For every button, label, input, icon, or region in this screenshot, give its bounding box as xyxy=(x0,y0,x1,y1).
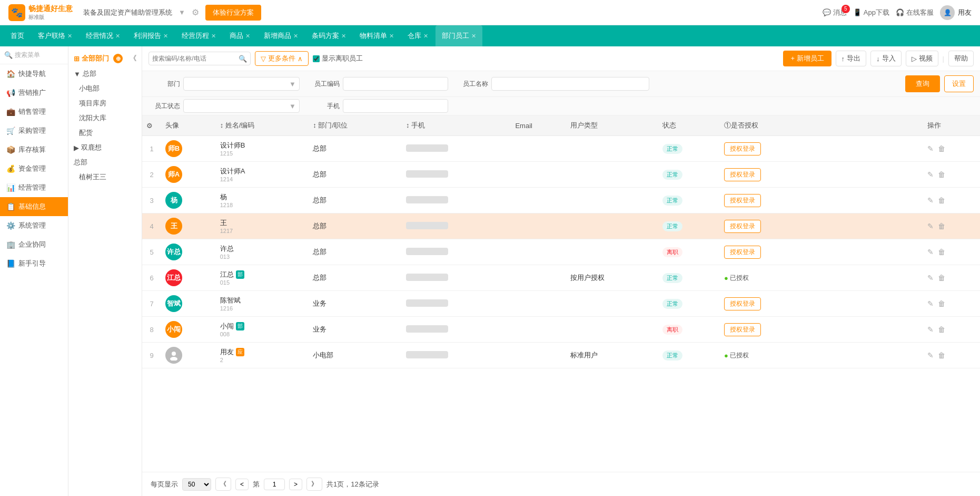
auth-login-btn[interactable]: 授权登录 xyxy=(724,220,761,233)
tab-barcode[interactable]: 条码方案✕ xyxy=(305,25,352,46)
auth-login-btn[interactable]: 授权登录 xyxy=(724,323,761,336)
sidebar-item-sales[interactable]: 💼销售管理 xyxy=(0,102,68,121)
first-page-btn[interactable]: 《 xyxy=(215,478,231,491)
next-page-btn[interactable]: > xyxy=(289,479,302,490)
close-icon[interactable]: ✕ xyxy=(245,33,250,40)
close-icon[interactable]: ✕ xyxy=(471,33,476,40)
tab-home[interactable]: 首页 xyxy=(4,25,31,46)
delete-btn[interactable]: 🗑 xyxy=(938,299,945,308)
th-phone[interactable]: ↕ 手机 xyxy=(402,115,511,136)
dept-all-header[interactable]: ⊞ 全部部门 ⊕ 《 xyxy=(68,51,142,66)
th-settings[interactable]: ⚙ xyxy=(142,115,161,136)
dept-item-zongbu2[interactable]: 总部 xyxy=(68,155,142,170)
close-icon[interactable]: ✕ xyxy=(293,33,298,40)
edit-btn[interactable]: ✎ xyxy=(927,196,934,205)
sidebar-item-enterprise[interactable]: 🏢企业协同 xyxy=(0,235,68,254)
edit-btn[interactable]: ✎ xyxy=(927,248,934,256)
filter-dept-select[interactable] xyxy=(184,77,289,90)
dept-item-shuanglu[interactable]: ▶ 双鹿想 xyxy=(68,140,142,155)
sidebar-item-ops[interactable]: 📊经营管理 xyxy=(0,178,68,197)
online-service-btn[interactable]: 🎧 在线客服 xyxy=(896,8,934,17)
auth-login-btn[interactable]: 授权登录 xyxy=(724,246,761,259)
edit-btn[interactable]: ✎ xyxy=(927,351,934,359)
delete-btn[interactable]: 🗑 xyxy=(938,222,945,230)
close-icon[interactable]: ✕ xyxy=(163,33,168,40)
edit-btn[interactable]: ✎ xyxy=(927,144,934,153)
filter-phone-input[interactable] xyxy=(343,99,448,113)
auth-login-btn[interactable]: 授权登录 xyxy=(724,297,761,310)
dept-item-peihuo[interactable]: 配货 xyxy=(68,125,142,140)
dept-item-zhishu[interactable]: 植树王三 xyxy=(68,170,142,184)
sidebar-item-marketing[interactable]: 📢营销推广 xyxy=(0,83,68,102)
more-filters-btn[interactable]: ▽ 更多条件 ∧ xyxy=(255,51,309,66)
sidebar-item-system[interactable]: ⚙️系统管理 xyxy=(0,216,68,235)
th-name[interactable]: ↕ 姓名/编码 xyxy=(216,115,309,136)
edit-btn[interactable]: ✎ xyxy=(927,325,934,334)
user-menu[interactable]: 👤 用友 xyxy=(940,5,972,20)
dept-item-shenyang[interactable]: 沈阳大库 xyxy=(68,111,142,125)
per-page-select[interactable]: 50 100 xyxy=(182,478,211,491)
auth-login-btn[interactable]: 授权登录 xyxy=(724,168,761,181)
delete-btn[interactable]: 🗑 xyxy=(938,325,945,334)
tab-dept-staff[interactable]: 部门员工✕ xyxy=(435,25,482,46)
tab-add-goods[interactable]: 新增商品✕ xyxy=(258,25,304,46)
last-page-btn[interactable]: 》 xyxy=(306,478,322,491)
show-left-checkbox[interactable] xyxy=(313,55,320,62)
help-btn[interactable]: 帮助 xyxy=(948,51,974,66)
page-input[interactable] xyxy=(264,479,285,490)
sidebar-item-quick-nav[interactable]: 🏠快捷导航 xyxy=(0,64,68,83)
export-btn[interactable]: ↑ 导出 xyxy=(836,51,867,66)
tab-warehouse[interactable]: 仓库✕ xyxy=(401,25,434,46)
settings-icon[interactable]: ⚙ xyxy=(192,7,199,17)
delete-btn[interactable]: 🗑 xyxy=(938,170,945,179)
delete-btn[interactable]: 🗑 xyxy=(938,274,945,282)
edit-btn[interactable]: ✎ xyxy=(927,299,934,308)
view-btn[interactable]: ▷ 视频 xyxy=(906,51,938,66)
tab-bom[interactable]: 物料清单✕ xyxy=(353,25,400,46)
close-icon[interactable]: ✕ xyxy=(341,33,346,40)
setup-btn[interactable]: 设置 xyxy=(944,75,974,92)
add-employee-btn[interactable]: + 新增员工 xyxy=(783,51,831,66)
filter-empcode-input[interactable] xyxy=(343,77,448,91)
close-icon[interactable]: ✕ xyxy=(67,33,72,40)
tab-history[interactable]: 经营历程✕ xyxy=(175,25,222,46)
trial-btn[interactable]: 体验行业方案 xyxy=(205,5,261,21)
delete-btn[interactable]: 🗑 xyxy=(938,196,945,205)
sidebar-item-inventory[interactable]: 📦库存核算 xyxy=(0,140,68,159)
sidebar-item-newbie[interactable]: 📘新手引导 xyxy=(0,254,68,273)
search-input[interactable] xyxy=(152,52,236,65)
tab-profit[interactable]: 利润报告✕ xyxy=(127,25,174,46)
show-left-label[interactable]: 显示离职员工 xyxy=(313,54,363,63)
edit-btn[interactable]: ✎ xyxy=(927,222,934,230)
th-dept[interactable]: ↕ 部门/职位 xyxy=(309,115,402,136)
dropdown-icon[interactable]: ▼ xyxy=(179,8,185,16)
sidebar-item-purchase[interactable]: 🛒采购管理 xyxy=(0,121,68,140)
message-btn[interactable]: 💬 消息 5 xyxy=(823,8,847,17)
filter-empname-input[interactable] xyxy=(491,77,649,91)
auth-login-btn[interactable]: 授权登录 xyxy=(724,194,761,207)
collapse-btn[interactable]: ⊕ xyxy=(113,54,123,63)
delete-btn[interactable]: 🗑 xyxy=(938,144,945,153)
dept-item-xmkf[interactable]: 项目库房 xyxy=(68,96,142,111)
close-icon[interactable]: ✕ xyxy=(115,33,120,40)
prev-page-btn[interactable]: < xyxy=(235,479,249,490)
tab-goods[interactable]: 商品✕ xyxy=(223,25,256,46)
sidebar-item-finance[interactable]: 💰资金管理 xyxy=(0,159,68,178)
auth-login-btn[interactable]: 授权登录 xyxy=(724,142,761,155)
query-btn[interactable]: 查询 xyxy=(905,75,940,92)
sidebar-item-basic[interactable]: 📋基础信息 xyxy=(0,197,68,216)
close-icon[interactable]: ✕ xyxy=(423,33,428,40)
filter-status-select[interactable] xyxy=(184,100,289,112)
import-btn[interactable]: ↓ 导入 xyxy=(870,51,902,66)
dept-item-zongbu[interactable]: ▼ 总部 xyxy=(68,66,142,81)
close-icon[interactable]: ✕ xyxy=(211,33,216,40)
delete-btn[interactable]: 🗑 xyxy=(938,248,945,256)
dept-item-xiaodianbu[interactable]: 小电部 xyxy=(68,81,142,96)
tab-ops[interactable]: 经营情况✕ xyxy=(80,25,126,46)
delete-btn[interactable]: 🗑 xyxy=(938,351,945,359)
close-icon[interactable]: ✕ xyxy=(389,33,394,40)
dept-collapse-arrow[interactable]: 《 xyxy=(130,54,136,63)
app-download-btn[interactable]: 📱 App下载 xyxy=(853,8,889,17)
edit-btn[interactable]: ✎ xyxy=(927,170,934,179)
tab-customer[interactable]: 客户联络✕ xyxy=(32,25,78,46)
